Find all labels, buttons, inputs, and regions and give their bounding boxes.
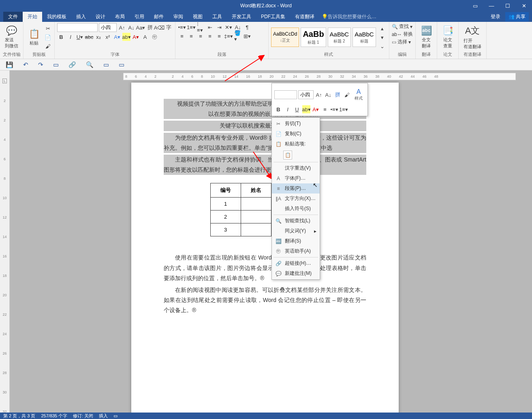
tab-developer[interactable]: 开发工具: [227, 12, 256, 22]
tab-review[interactable]: 审阅: [169, 12, 188, 22]
paste-keep-source[interactable]: 📋: [283, 151, 292, 160]
char-border-button[interactable]: 字: [165, 23, 173, 32]
tab-pdf[interactable]: PDF工具集: [256, 12, 290, 22]
tab-home[interactable]: 开始: [23, 12, 42, 22]
multilevel-button[interactable]: ⁝≡▾: [197, 23, 205, 31]
qat-btn-7[interactable]: ▭: [103, 61, 109, 68]
font-name-combo[interactable]: [57, 23, 98, 32]
full-translate-button[interactable]: 🔤全文 翻译: [418, 24, 434, 51]
tab-view[interactable]: 视图: [188, 12, 207, 22]
inc-indent-button[interactable]: ⇥: [215, 23, 223, 31]
mini-italic[interactable]: I: [284, 105, 292, 113]
mini-font-size[interactable]: [298, 90, 314, 99]
mini-numbering[interactable]: 1≡▾: [340, 105, 348, 113]
status-page[interactable]: 第 2 页，共 3 页: [3, 413, 35, 419]
superscript-button[interactable]: x²: [104, 33, 112, 41]
asian-layout-button[interactable]: ✕▾: [224, 23, 233, 31]
document-page[interactable]: 视频提供了功能强大的方法帮助您证明您的观点。当您单击联机视频时，可以在想要添加的…: [131, 83, 399, 413]
clear-format-button[interactable]: A⌫: [155, 23, 163, 32]
undo-button[interactable]: ↶: [23, 61, 28, 68]
font-size-combo[interactable]: [99, 23, 117, 32]
strikethrough-button[interactable]: abc: [85, 33, 93, 41]
share-button[interactable]: 👥 共享: [505, 12, 529, 21]
format-painter-button[interactable]: 🖌: [44, 42, 52, 50]
doc-paragraph[interactable]: 在新的阅读视图中阅读更加容易。可以折叠文档某些部分并关注所需文本。如果在达到结尾…: [164, 285, 366, 316]
copy-button[interactable]: 📄: [44, 33, 52, 41]
ctx-hanzi[interactable]: 汉字重选(V): [272, 163, 320, 173]
find-button[interactable]: 🔍 查找 ▾: [392, 23, 412, 30]
mini-bullets[interactable]: •≡▾: [330, 105, 338, 113]
tab-tools[interactable]: 工具: [207, 12, 227, 22]
style-normal[interactable]: AaBbCcDd↓正文: [271, 28, 299, 47]
cut-button[interactable]: ✂: [44, 24, 52, 32]
ctx-insert-symbol[interactable]: 插入符号(S): [272, 204, 320, 214]
ctx-hyperlink[interactable]: 🔗超链接(H)…: [272, 258, 320, 268]
font-color-button[interactable]: A▾: [132, 33, 140, 41]
tab-design[interactable]: 设计: [91, 12, 110, 22]
tab-layout[interactable]: 布局: [110, 12, 130, 22]
ribbon-options-icon[interactable]: ▭: [467, 0, 483, 11]
ctx-synonyms[interactable]: 同义词(Y)▸: [272, 226, 320, 236]
ctx-text-direction[interactable]: ‖A文字方向(X)…: [272, 194, 320, 204]
style-heading1[interactable]: AaBb标题 1: [301, 28, 326, 47]
change-case-button[interactable]: Aa▾: [137, 23, 145, 32]
maximize-icon[interactable]: ☐: [500, 0, 516, 11]
mini-phonetic[interactable]: 拼: [333, 91, 342, 99]
open-youdao-button[interactable]: A文打开 有道翻译: [461, 24, 484, 51]
mini-font-color[interactable]: A▾: [312, 105, 320, 113]
save-button[interactable]: 💾: [6, 61, 13, 68]
tab-file[interactable]: 文件: [3, 12, 23, 22]
qat-btn-4[interactable]: ▭: [53, 61, 59, 68]
status-mode[interactable]: 插入: [99, 413, 108, 419]
tab-references[interactable]: 引用: [130, 12, 149, 22]
underline-button[interactable]: U▾: [76, 33, 84, 41]
mini-highlight[interactable]: ab▾: [302, 105, 310, 113]
ctx-cut[interactable]: ✂剪切(T): [272, 119, 320, 129]
paper-review-button[interactable]: 📑论文 查重: [440, 24, 456, 51]
mini-font-name[interactable]: [274, 90, 297, 99]
tab-mailings[interactable]: 邮件: [149, 12, 169, 22]
document-workspace[interactable]: 8642246810121416182022242628303234363840…: [10, 70, 532, 413]
tab-templates[interactable]: 我的模板: [42, 12, 71, 22]
status-track[interactable]: 修订: 关闭: [73, 413, 93, 419]
borders-button[interactable]: ⊞▾: [243, 32, 251, 40]
qat-btn-8[interactable]: ▭: [119, 61, 124, 68]
mini-styles-button[interactable]: A样式: [352, 86, 365, 104]
styles-scroll-up[interactable]: ▴: [378, 24, 387, 32]
login-link[interactable]: 登录: [491, 13, 500, 20]
phonetic-button[interactable]: 拼: [146, 23, 154, 32]
send-wechat-button[interactable]: 💬发送 到微信: [2, 24, 21, 51]
bullets-button[interactable]: •≡▾: [178, 23, 186, 31]
doc-paragraph[interactable]: 关键字以联机搜索最适合您的文档的: [164, 121, 366, 131]
qat-btn-5[interactable]: 🔗: [68, 61, 76, 68]
style-title[interactable]: AaBbC标题: [353, 28, 376, 47]
status-macro-icon[interactable]: ▭: [113, 413, 118, 419]
shading-button[interactable]: 🪣▾: [234, 32, 242, 40]
tab-youdao[interactable]: 有道翻译: [290, 12, 319, 22]
shrink-font-button[interactable]: A↓: [127, 23, 135, 32]
tell-me-search[interactable]: 💡 告诉我您想要做什么…: [319, 13, 376, 20]
redo-button[interactable]: ↷: [38, 61, 43, 68]
text-effects-button[interactable]: A▾: [113, 33, 121, 41]
ctx-translate[interactable]: 🔤翻译(S): [272, 236, 320, 246]
minimize-icon[interactable]: —: [483, 0, 500, 11]
ctx-smart-lookup[interactable]: 🔍智能查找(L): [272, 216, 320, 226]
show-marks-button[interactable]: ¶: [243, 23, 251, 31]
bold-button[interactable]: B: [57, 33, 65, 41]
styles-expand[interactable]: ⌄: [378, 42, 387, 50]
mini-shrink-font[interactable]: A↓: [324, 91, 332, 99]
status-words[interactable]: 257/835 个字: [41, 413, 67, 419]
enclose-char-button[interactable]: ㊥: [150, 33, 158, 41]
paste-button[interactable]: 📋粘贴: [26, 24, 42, 51]
grow-font-button[interactable]: A↑: [118, 23, 126, 32]
italic-button[interactable]: I: [66, 33, 75, 41]
mini-center[interactable]: ≡: [321, 105, 329, 113]
char-shading-button[interactable]: A: [141, 33, 149, 41]
close-icon[interactable]: ✕: [516, 0, 532, 11]
tab-insert[interactable]: 插入: [71, 12, 91, 22]
mini-underline[interactable]: U: [293, 105, 301, 113]
distribute-button[interactable]: ≡: [215, 32, 223, 40]
replace-button[interactable]: ab↔ 替换: [392, 31, 413, 38]
align-center-button[interactable]: ≡: [187, 32, 195, 40]
dec-indent-button[interactable]: ⇤: [206, 23, 214, 31]
